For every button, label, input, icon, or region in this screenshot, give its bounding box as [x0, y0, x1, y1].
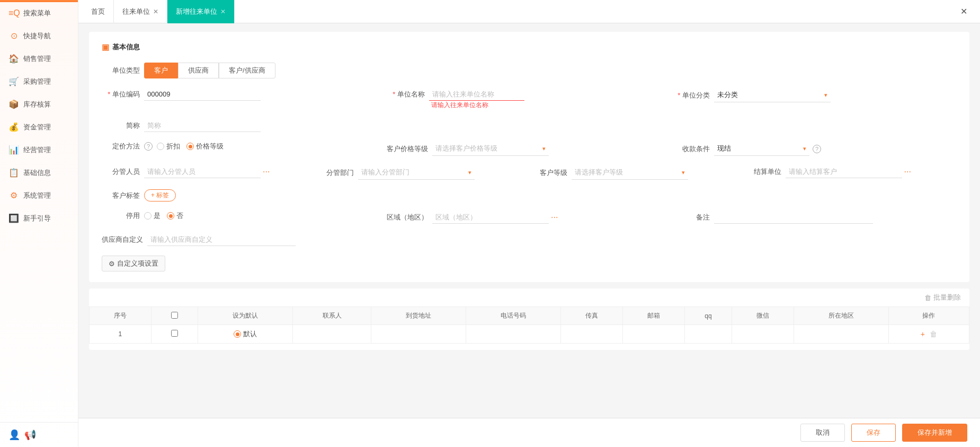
- sidebar-item-quicknav[interactable]: ⊙ 快捷导航: [0, 24, 78, 47]
- manager-input[interactable]: [144, 165, 261, 178]
- unit-name-label: 单位名称: [387, 90, 429, 99]
- disable-yes[interactable]: 是: [144, 211, 161, 221]
- tab-new-partner[interactable]: 新增往来单位 ✕: [167, 0, 235, 23]
- pricing-discount[interactable]: 折扣: [157, 142, 180, 151]
- col-default: 设为默认: [198, 307, 293, 325]
- disable-region-row: 停用 是 否 区域（地区） ···: [102, 211, 957, 224]
- cell-checkbox: [151, 325, 198, 344]
- footer: 取消 保存 保存并新增: [78, 418, 980, 447]
- batch-delete-btn[interactable]: 🗑 批量删除: [924, 293, 961, 302]
- settlement-group: 结算单位 ···: [743, 165, 957, 178]
- section-icon: ▣: [102, 42, 109, 52]
- manager-row: 分管人员 ··· 分管部门 请输入分管部门 ▾ 客户等级 请选择客户等级 ▾: [102, 165, 957, 180]
- unit-category-select[interactable]: 未分类 ▾: [714, 88, 831, 102]
- pricing-radio-group: 折扣 价格等级: [157, 142, 224, 151]
- disable-group: 停用 是 否: [102, 211, 387, 221]
- cell-address: [371, 325, 466, 344]
- pricing-help-icon[interactable]: ?: [144, 142, 153, 151]
- unit-name-error: 请输入往来单位名称: [429, 101, 488, 110]
- sidebar-item-basic[interactable]: 📋 基础信息: [0, 161, 78, 184]
- sidebar-item-sales[interactable]: 🏠 销售管理: [0, 47, 78, 70]
- sidebar-item-inventory[interactable]: 📦 库存核算: [0, 93, 78, 116]
- unit-code-group: 单位编码: [102, 88, 387, 101]
- col-no: 序号: [90, 307, 152, 325]
- payment-condition-select[interactable]: 现结 ▾: [714, 142, 809, 156]
- type-btn-customer[interactable]: 客户: [144, 63, 178, 78]
- basic-info-card: ▣ 基本信息 单位类型 客户 供应商 客户/供应商 单位编码: [89, 32, 969, 282]
- sidebar-item-operation[interactable]: 📊 经营管理: [0, 138, 78, 161]
- cell-wechat: [732, 325, 794, 344]
- cell-no: 1: [90, 325, 152, 344]
- cell-contact: [293, 325, 371, 344]
- custom-settings-area: ⚙ 自定义项设置: [102, 256, 957, 271]
- customer-price-select[interactable]: 请选择客户价格等级 ▾: [432, 142, 549, 156]
- pricing-price-level[interactable]: 价格等级: [186, 142, 224, 151]
- custom-settings-button[interactable]: ⚙ 自定义项设置: [102, 256, 165, 271]
- settlement-more-btn[interactable]: ···: [902, 167, 913, 177]
- add-tag-button[interactable]: + 标签: [144, 189, 176, 201]
- settings-gear-icon: ⚙: [109, 260, 115, 268]
- remark-input[interactable]: [714, 211, 873, 224]
- contact-table-section: 🗑 批量删除 序号 设为默认 联系人 到货地址 电话号码 传真 邮箱 qq: [89, 288, 969, 350]
- payment-help-icon[interactable]: ?: [813, 145, 821, 153]
- close-new-partner-tab[interactable]: ✕: [220, 8, 226, 15]
- cancel-button[interactable]: 取消: [800, 424, 845, 442]
- tab-home[interactable]: 首页: [83, 0, 114, 23]
- department-label: 分管部门: [316, 168, 358, 178]
- abbr-input[interactable]: [144, 119, 261, 132]
- row-checkbox[interactable]: [171, 330, 178, 337]
- settlement-label: 结算单位: [743, 167, 786, 177]
- region-group: 区域（地区） ···: [387, 211, 672, 224]
- customer-price-label: 客户价格等级: [387, 144, 432, 154]
- sidebar-item-guide[interactable]: 🔲 新手引导: [0, 207, 78, 230]
- code-name-row: 单位编码 单位名称 请输入往来单位名称 单位分类 未分类 ▾: [102, 88, 957, 110]
- close-all-tabs[interactable]: ✕: [952, 6, 976, 16]
- unit-type-group: 单位类型 客户 供应商 客户/供应商: [102, 63, 957, 78]
- inventory-icon: 📦: [8, 99, 19, 109]
- region-more-btn[interactable]: ···: [549, 213, 560, 222]
- sidebar-bottom: 👤 📢: [0, 422, 78, 447]
- customer-price-group: 客户价格等级 请选择客户价格等级 ▾: [387, 142, 672, 156]
- operation-icon: 📊: [8, 145, 19, 155]
- guide-icon: 🔲: [8, 213, 19, 223]
- section-title: ▣ 基本信息: [102, 42, 957, 52]
- tab-partners[interactable]: 往来单位 ✕: [114, 0, 167, 23]
- unit-name-input[interactable]: [429, 88, 524, 101]
- region-input[interactable]: [432, 211, 549, 224]
- supplier-custom-input[interactable]: [147, 233, 296, 246]
- payment-chevron: ▾: [803, 145, 806, 152]
- cell-email: [623, 325, 685, 344]
- cell-action: + 🗑: [888, 325, 969, 344]
- sidebar-item-search[interactable]: ≡Q 搜索菜单: [0, 2, 78, 24]
- cell-region: [794, 325, 888, 344]
- unit-code-input[interactable]: [144, 88, 261, 101]
- col-contact: 联系人: [293, 307, 371, 325]
- select-all-checkbox[interactable]: [171, 312, 178, 319]
- trash-icon: 🗑: [924, 294, 931, 302]
- sidebar-item-system[interactable]: ⚙ 系统管理: [0, 184, 78, 207]
- delete-row-btn[interactable]: 🗑: [928, 330, 939, 338]
- save-button[interactable]: 保存: [851, 424, 896, 442]
- customer-level-group: 客户等级 请选择客户等级 ▾: [529, 165, 743, 180]
- manager-more-btn[interactable]: ···: [261, 167, 272, 177]
- settlement-input[interactable]: [786, 165, 902, 178]
- add-row-btn[interactable]: +: [919, 330, 926, 338]
- type-btn-both[interactable]: 客户/供应商: [219, 63, 275, 78]
- customer-level-label: 客户等级: [529, 168, 572, 178]
- department-select[interactable]: 请输入分管部门 ▾: [358, 165, 475, 180]
- type-btn-supplier[interactable]: 供应商: [178, 63, 219, 78]
- sidebar-label-sales: 销售管理: [23, 54, 51, 64]
- disable-no[interactable]: 否: [167, 211, 183, 221]
- sidebar-label-basic: 基础信息: [23, 168, 51, 178]
- unit-category-label: 单位分类: [672, 91, 714, 100]
- discount-radio-dot: [157, 143, 164, 150]
- save-and-new-button[interactable]: 保存并新增: [902, 424, 967, 442]
- customer-level-select[interactable]: 请选择客户等级 ▾: [572, 165, 688, 180]
- price-level-radio-dot: [186, 143, 194, 150]
- customer-price-chevron: ▾: [542, 145, 546, 152]
- customer-tag-label: 客户标签: [102, 191, 144, 200]
- sidebar-item-finance[interactable]: 💰 资金管理: [0, 116, 78, 138]
- sidebar-item-purchase[interactable]: 🛒 采购管理: [0, 70, 78, 93]
- close-partners-tab[interactable]: ✕: [153, 8, 158, 15]
- default-radio[interactable]: [234, 330, 241, 338]
